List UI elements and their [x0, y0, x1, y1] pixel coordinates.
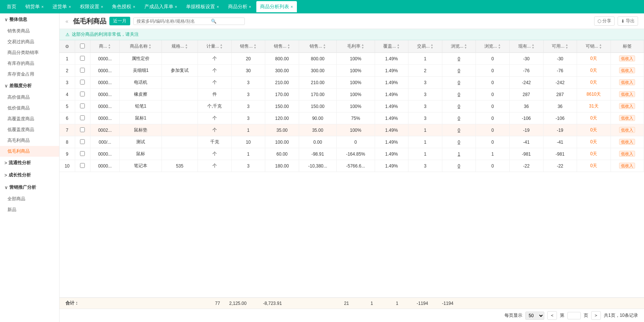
sidebar-group-营销推广分析[interactable]: ∨营销推广分析: [0, 181, 59, 194]
row-browse1[interactable]: 0: [442, 124, 476, 136]
nav-close-icon[interactable]: ×: [175, 4, 177, 9]
nav-item-单据模板设置[interactable]: 单据模板设置×: [182, 1, 222, 12]
sidebar-group-流通性分析[interactable]: >流通性分析: [0, 157, 59, 169]
row-checkbox-input[interactable]: [80, 56, 85, 61]
next-page-btn[interactable]: ＞: [591, 311, 601, 320]
row-browse1[interactable]: 0: [442, 112, 476, 124]
row-checkbox-input[interactable]: [80, 115, 85, 120]
row-browse1-link[interactable]: 1: [458, 152, 460, 157]
row-checkbox[interactable]: [75, 124, 90, 136]
sidebar-item-高毛利商品[interactable]: 高毛利商品: [0, 135, 59, 146]
nav-close-icon[interactable]: ×: [133, 4, 135, 9]
nav-close-icon[interactable]: ×: [291, 4, 293, 9]
col-header-browse2[interactable]: 浏览...▲▼: [476, 40, 510, 53]
sidebar-item-低价值商品[interactable]: 低价值商品: [0, 103, 59, 114]
row-checkbox-input[interactable]: [80, 163, 85, 168]
row-browse1[interactable]: 0: [442, 77, 476, 89]
nav-close-icon[interactable]: ×: [217, 4, 219, 9]
col-header-code[interactable]: 商...▲▼: [90, 40, 120, 53]
row-checkbox[interactable]: [75, 65, 90, 77]
row-checkbox[interactable]: [75, 160, 90, 172]
row-checkbox[interactable]: [75, 77, 90, 89]
row-browse1[interactable]: 0: [442, 65, 476, 77]
settings-icon[interactable]: ⚙: [65, 44, 69, 49]
col-header-unit[interactable]: 计量...▲▼: [198, 40, 231, 53]
col-header-available[interactable]: 可用...▲▼: [543, 40, 577, 53]
col-header-sales_qty[interactable]: 销售...▲▼: [231, 40, 265, 53]
nav-close-icon[interactable]: ×: [41, 4, 44, 9]
row-checkbox[interactable]: [75, 101, 90, 112]
search-input[interactable]: [137, 19, 211, 24]
col-header-sellable[interactable]: 可销...▲▼: [577, 40, 611, 53]
col-header-browse1[interactable]: 浏览...▲▼: [442, 40, 476, 53]
nav-close-icon[interactable]: ×: [68, 4, 71, 9]
sidebar-item-新品[interactable]: 新品: [0, 204, 59, 215]
sidebar-item-高价值商品[interactable]: 高价值商品: [0, 92, 59, 103]
row-browse1-link[interactable]: 0: [458, 116, 460, 121]
row-checkbox[interactable]: [75, 89, 90, 101]
col-header-spec[interactable]: 规格...▲▼: [161, 40, 198, 53]
row-checkbox[interactable]: [75, 112, 90, 124]
row-browse1[interactable]: 0: [442, 101, 476, 112]
col-header-transactions[interactable]: 交易...▲▼: [408, 40, 442, 53]
sidebar-item-低覆盖度商品[interactable]: 低覆盖度商品: [0, 124, 59, 135]
col-header-sales_amount[interactable]: 销售...▲▼: [265, 40, 299, 53]
nav-item-销货单[interactable]: 销货单×: [22, 1, 47, 12]
sidebar-item-全部商品[interactable]: 全部商品: [0, 194, 59, 204]
row-checkbox-input[interactable]: [80, 151, 85, 156]
nav-close-icon[interactable]: ×: [249, 4, 251, 9]
nav-item-进货单[interactable]: 进货单×: [49, 1, 74, 12]
nav-item-产成品入库单[interactable]: 产成品入库单×: [141, 1, 181, 12]
col-header-name[interactable]: 商品名称▲▼: [120, 40, 162, 53]
prev-page-btn[interactable]: ＜: [547, 311, 557, 320]
col-header-coverage[interactable]: 覆盖...▲▼: [375, 40, 408, 53]
per-page-select[interactable]: 102050100: [525, 312, 544, 320]
nav-item-权限设置[interactable]: 权限设置×: [76, 1, 107, 12]
nav-item-商品分析[interactable]: 商品分析×: [224, 1, 255, 12]
sidebar-item-商品分类助销率[interactable]: 商品分类助销率: [0, 47, 59, 58]
nav-close-icon[interactable]: ×: [101, 4, 103, 9]
sidebar-item-低毛利商品[interactable]: 低毛利商品: [0, 146, 59, 157]
collapse-sidebar-btn[interactable]: «: [65, 18, 68, 24]
row-browse1-link[interactable]: 0: [458, 80, 460, 85]
row-checkbox-input[interactable]: [80, 80, 85, 85]
row-browse1[interactable]: 0: [442, 160, 476, 172]
row-browse1-link[interactable]: 0: [458, 140, 460, 145]
sidebar-item-交易过的商品[interactable]: 交易过的商品: [0, 36, 59, 47]
row-browse1[interactable]: 1: [442, 148, 476, 160]
export-button[interactable]: ⬇ 导出: [618, 16, 638, 26]
nav-item-商品分析列表[interactable]: 商品分析列表×: [256, 1, 297, 12]
row-checkbox-input[interactable]: [80, 68, 85, 73]
row-browse1-link[interactable]: 0: [458, 104, 460, 109]
row-browse1[interactable]: 0: [442, 89, 476, 101]
sidebar-group-整体信息[interactable]: ∨整体信息: [0, 13, 59, 26]
col-header-sales_profit[interactable]: 销售...▲▼: [299, 40, 336, 53]
row-browse1[interactable]: 0: [442, 53, 476, 65]
row-browse1-link[interactable]: 0: [458, 163, 460, 169]
row-checkbox-input[interactable]: [80, 139, 85, 144]
row-checkbox[interactable]: [75, 148, 90, 160]
page-number-input[interactable]: 1: [567, 312, 581, 319]
row-browse1-link[interactable]: 0: [458, 128, 460, 133]
col-header-gross_margin[interactable]: 毛利率▲▼: [337, 40, 375, 53]
share-button[interactable]: ⬡ 分享: [594, 16, 615, 26]
row-checkbox[interactable]: [75, 136, 90, 148]
col-header-current_stock[interactable]: 现有...▲▼: [509, 40, 543, 53]
row-browse1[interactable]: 0: [442, 136, 476, 148]
row-checkbox-input[interactable]: [80, 127, 85, 132]
row-checkbox[interactable]: [75, 53, 90, 65]
nav-item-首页[interactable]: 首页: [3, 1, 20, 12]
select-all-checkbox[interactable]: [80, 44, 85, 48]
filter-recent-month-btn[interactable]: 近一月: [109, 17, 130, 25]
nav-item-角色授权[interactable]: 角色授权×: [108, 1, 139, 12]
row-checkbox-input[interactable]: [80, 103, 85, 108]
sidebar-item-销售类商品[interactable]: 销售类商品: [0, 26, 59, 36]
row-browse1-link[interactable]: 0: [458, 68, 460, 73]
search-icon[interactable]: 🔍: [211, 19, 217, 24]
row-browse1-link[interactable]: 0: [458, 56, 460, 61]
sidebar-item-高覆盖度商品[interactable]: 高覆盖度商品: [0, 114, 59, 124]
sidebar-group-成长性分析[interactable]: >成长性分析: [0, 169, 59, 181]
row-browse1-link[interactable]: 0: [458, 92, 460, 97]
sidebar-item-库存资金占用[interactable]: 库存资金占用: [0, 69, 59, 80]
row-checkbox-input[interactable]: [80, 92, 85, 96]
